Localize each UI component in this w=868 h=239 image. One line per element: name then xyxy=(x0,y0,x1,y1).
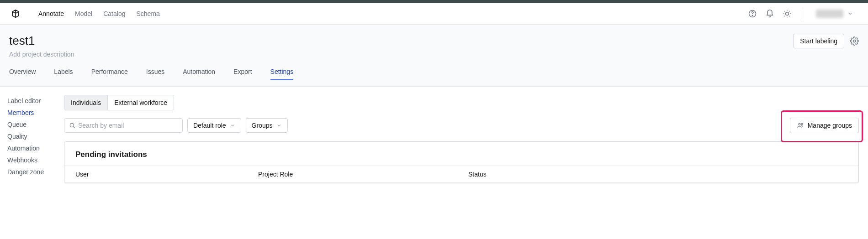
search-box[interactable] xyxy=(64,118,183,133)
header: Annotate Model Catalog Schema xyxy=(0,3,868,25)
column-project-role: Project Role xyxy=(258,171,468,178)
project-description[interactable]: Add project description xyxy=(9,51,74,58)
project-title-row: test1 Add project description Start labe… xyxy=(9,34,859,58)
manage-groups-button[interactable]: Manage groups xyxy=(790,118,859,133)
default-role-dropdown[interactable]: Default role xyxy=(187,118,241,133)
tab-issues[interactable]: Issues xyxy=(146,68,164,80)
sidebar-label-editor[interactable]: Label editor xyxy=(7,95,57,107)
settings-sidebar: Label editor Members Queue Quality Autom… xyxy=(0,87,64,192)
sidebar-queue[interactable]: Queue xyxy=(7,119,57,130)
default-role-label: Default role xyxy=(193,122,226,129)
nav-annotate[interactable]: Annotate xyxy=(38,10,64,17)
tab-performance[interactable]: Performance xyxy=(91,68,128,80)
pending-invitations-title: Pending invitations xyxy=(64,142,858,166)
chevron-down-icon xyxy=(276,123,282,128)
nav-primary: Annotate Model Catalog Schema xyxy=(38,10,748,17)
nav-model[interactable]: Model xyxy=(75,10,92,17)
project-header: test1 Add project description Start labe… xyxy=(0,25,868,87)
nav-schema[interactable]: Schema xyxy=(136,10,159,17)
table-header: User Project Role Status xyxy=(64,166,858,183)
user-name-blurred xyxy=(816,10,843,18)
project-tabs: Overview Labels Performance Issues Autom… xyxy=(9,68,859,80)
tab-settings[interactable]: Settings xyxy=(270,68,294,80)
tab-overview[interactable]: Overview xyxy=(9,68,36,80)
main-content: Individuals External workforce Default r… xyxy=(64,87,868,192)
help-icon[interactable] xyxy=(748,9,757,18)
tab-automation[interactable]: Automation xyxy=(183,68,215,80)
start-labeling-button[interactable]: Start labeling xyxy=(793,34,844,48)
search-input[interactable] xyxy=(78,122,178,129)
divider xyxy=(802,8,802,19)
svg-point-1 xyxy=(752,16,752,16)
filter-row: Default role Groups Manage groups xyxy=(64,118,859,133)
manage-groups-label: Manage groups xyxy=(808,122,852,129)
header-actions xyxy=(748,8,857,20)
column-status: Status xyxy=(468,171,847,178)
chevron-down-icon xyxy=(230,123,235,128)
sun-icon[interactable] xyxy=(783,9,792,18)
user-menu[interactable] xyxy=(812,8,857,20)
tab-labels[interactable]: Labels xyxy=(54,68,73,80)
subtab-external-workforce[interactable]: External workforce xyxy=(107,95,174,110)
group-icon xyxy=(797,122,804,129)
chevron-down-icon xyxy=(847,10,853,17)
subtab-individuals[interactable]: Individuals xyxy=(64,95,107,110)
sidebar-automation[interactable]: Automation xyxy=(7,142,57,154)
search-icon xyxy=(69,122,75,129)
groups-label: Groups xyxy=(252,122,273,129)
svg-point-3 xyxy=(853,40,856,42)
svg-point-6 xyxy=(801,123,802,125)
groups-dropdown[interactable]: Groups xyxy=(246,118,288,133)
pending-invitations-card: Pending invitations User Project Role St… xyxy=(64,141,859,183)
sidebar-members[interactable]: Members xyxy=(7,107,57,119)
project-title: test1 xyxy=(9,34,74,48)
sidebar-quality[interactable]: Quality xyxy=(7,130,57,142)
bell-icon[interactable] xyxy=(765,9,774,18)
content: Label editor Members Queue Quality Autom… xyxy=(0,87,868,192)
sidebar-danger-zone[interactable]: Danger zone xyxy=(7,166,57,178)
gear-icon[interactable] xyxy=(850,36,859,46)
cube-icon[interactable] xyxy=(11,9,20,18)
member-subtabs: Individuals External workforce xyxy=(64,95,174,110)
svg-point-5 xyxy=(799,123,800,125)
column-user: User xyxy=(75,171,258,178)
svg-point-4 xyxy=(70,123,74,127)
tab-export[interactable]: Export xyxy=(233,68,252,80)
project-actions: Start labeling xyxy=(793,34,859,48)
sidebar-webhooks[interactable]: Webhooks xyxy=(7,154,57,166)
svg-point-2 xyxy=(786,12,789,16)
nav-catalog[interactable]: Catalog xyxy=(103,10,125,17)
